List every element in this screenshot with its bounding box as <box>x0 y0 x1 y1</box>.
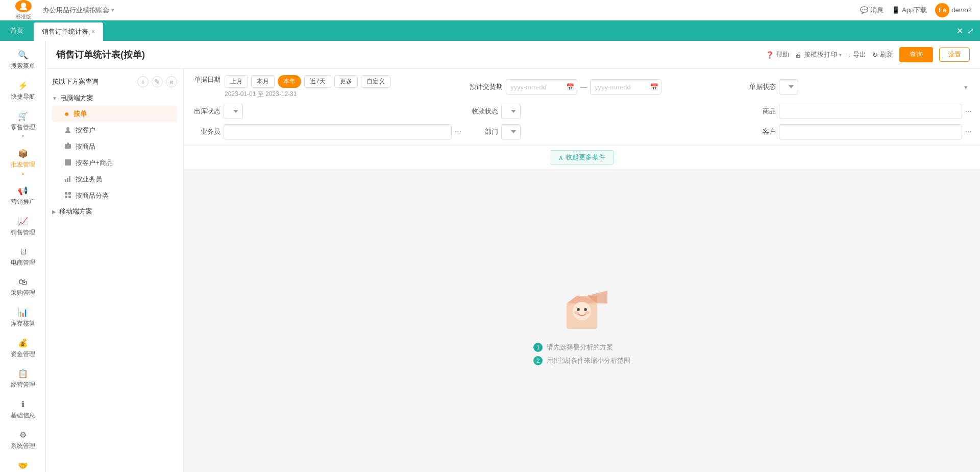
date-btn-custom[interactable]: 自定义 <box>361 75 390 88</box>
finance-icon: 💰 <box>18 338 28 348</box>
add-scheme-btn[interactable]: + <box>137 76 149 87</box>
sidebar-item-sales[interactable]: 📈 销售管理 <box>0 211 45 242</box>
left-panel-header: 按以下方案查询 + ✎ « <box>46 73 183 90</box>
inventory-icon: 📊 <box>18 308 28 317</box>
scheme-item-by-order[interactable]: ● 按单 <box>52 106 177 122</box>
right-panel: 单据日期 上月 本月 本年 近7天 更多 自定义 20 <box>184 69 980 472</box>
scheme-item-by-goods[interactable]: 按商品 <box>52 138 177 155</box>
sidebar-item-nav[interactable]: ⚡ 快捷导航 <box>0 76 45 106</box>
sidebar-item-system[interactable]: ⚙ 系统管理 <box>0 425 45 456</box>
app-title-select[interactable]: 办公用品行业模拟账套 ▾ <box>43 6 114 15</box>
scheme-group-mobile-title[interactable]: ▶ 移动端方案 <box>52 204 177 219</box>
window-maximize-icon[interactable]: ⤢ <box>967 26 974 36</box>
svg-rect-8 <box>69 176 70 182</box>
sidebar-item-retail[interactable]: 🛒 零售管理 ▾ <box>0 106 45 144</box>
export-btn[interactable]: ↓ 导出 <box>848 50 867 59</box>
svg-point-20 <box>585 311 590 314</box>
tab-close-icon[interactable]: × <box>91 28 95 35</box>
content-area: 销售订单统计表(按单) ❓ 帮助 🖨 按模板打印 ▾ ↓ 导出 ↻ 刷新 <box>46 41 980 472</box>
basic-icon: ℹ <box>21 399 24 409</box>
scheme-item-by-cust-goods[interactable]: 按客户+商品 <box>52 155 177 171</box>
sidebar-item-marketing[interactable]: 📢 营销推广 <box>0 181 45 211</box>
window-close-icon[interactable]: ✕ <box>957 26 963 36</box>
logo-text: 标准版 <box>16 13 31 20</box>
status-select[interactable] <box>779 79 798 95</box>
scheme-item-by-customer[interactable]: 按客户 <box>52 122 177 138</box>
collapse-panel-btn[interactable]: « <box>166 76 177 87</box>
user-menu[interactable]: Ea demo2 <box>935 3 972 17</box>
status-label: 单据状态 <box>747 82 776 91</box>
svg-rect-7 <box>67 178 68 182</box>
dept-select[interactable] <box>501 124 521 139</box>
svg-rect-2 <box>65 144 71 149</box>
collapse-bar[interactable]: ∧ 收起更多条件 <box>184 146 980 169</box>
goods-input[interactable] <box>779 104 962 119</box>
app-download-btn[interactable]: 📱 App下载 <box>892 6 927 15</box>
empty-tips: 1 请先选择要分析的方案 2 用[过滤]条件来缩小分析范围 <box>533 343 630 365</box>
salesperson-input[interactable] <box>224 124 452 139</box>
svg-rect-6 <box>65 179 66 182</box>
date-btn-this-year[interactable]: 本年 <box>278 75 301 88</box>
refresh-btn[interactable]: ↻ 刷新 <box>872 50 893 59</box>
dropdown-icon: ▾ <box>111 7 114 13</box>
scheme-item-by-category[interactable]: 按商品分类 <box>52 187 177 204</box>
left-panel-title: 按以下方案查询 <box>52 77 134 86</box>
topbar: 标准版 办公用品行业模拟账套 ▾ 💬 消息 📱 App下载 Ea demo2 <box>0 0 980 20</box>
expected-date-start[interactable] <box>506 79 577 95</box>
tab-home[interactable]: 首页 <box>0 20 34 41</box>
logo-icon <box>15 0 32 12</box>
goods-more-icon[interactable]: ··· <box>965 107 972 116</box>
sidebar-item-purchase[interactable]: 🛍 采购管理 <box>0 272 45 302</box>
empty-tip-2: 2 用[过滤]条件来缩小分析范围 <box>533 356 630 365</box>
settings-button[interactable]: 设置 <box>939 48 970 62</box>
tip-text-2: 用[过滤]条件来缩小分析范围 <box>547 356 630 365</box>
sidebar-item-inventory[interactable]: 📊 库存核算 <box>0 302 45 333</box>
sidebar-item-management[interactable]: 📋 经营管理 <box>0 364 45 394</box>
expected-date-end[interactable] <box>590 79 662 95</box>
message-btn[interactable]: 💬 消息 <box>860 6 884 15</box>
tab-sales-order[interactable]: 销售订单统计表 × <box>34 22 103 41</box>
purchase-icon: 🛍 <box>19 277 27 287</box>
management-icon: 📋 <box>18 369 28 379</box>
delivery-label: 出库状态 <box>192 107 220 116</box>
collapse-chevron-icon: ∧ <box>558 154 564 161</box>
by-category-icon <box>64 192 71 200</box>
date-btn-more[interactable]: 更多 <box>334 75 358 88</box>
delivery-select[interactable] <box>224 104 243 119</box>
sidebar-item-finance[interactable]: 💰 资金管理 <box>0 333 45 364</box>
date-range: 2023-01-01 至 2023-12-31 <box>225 90 390 99</box>
payment-select[interactable] <box>501 104 521 119</box>
collapse-button[interactable]: ∧ 收起更多条件 <box>550 150 614 164</box>
scheme-item-by-salesperson[interactable]: 按业务员 <box>52 171 177 187</box>
retail-arrow: ▾ <box>22 134 24 138</box>
by-salesperson-label: 按业务员 <box>76 175 102 184</box>
by-goods-label: 按商品 <box>76 142 95 151</box>
date-btn-7days[interactable]: 近7天 <box>304 75 331 88</box>
mobile-group-arrow: ▶ <box>52 209 56 215</box>
scheme-group-pc-title[interactable]: ▼ 电脑端方案 <box>52 90 177 106</box>
date-btn-this-month[interactable]: 本月 <box>251 75 275 88</box>
sidebar-item-ecommerce[interactable]: 🖥 电商管理 <box>0 242 45 272</box>
sidebar-item-wholesale[interactable]: 📦 批发管理 ▴ <box>0 144 45 181</box>
customer-input[interactable] <box>779 124 962 139</box>
tip-num-2: 2 <box>533 356 543 365</box>
svg-rect-12 <box>68 196 71 198</box>
help-btn[interactable]: ❓ 帮助 <box>766 50 789 59</box>
sidebar-item-search[interactable]: 🔍 搜索菜单 <box>0 45 45 76</box>
wholesale-icon: 📦 <box>18 149 28 158</box>
payment-label: 收款状态 <box>470 107 498 116</box>
print-btn[interactable]: 🖨 按模板打印 ▾ <box>795 50 842 59</box>
retail-icon: 🛒 <box>18 111 28 121</box>
sidebar-item-corp-collab[interactable]: 🤝 企业协同 <box>0 456 45 472</box>
by-goods-icon <box>64 143 71 151</box>
pc-group-arrow: ▼ <box>52 96 57 101</box>
query-button[interactable]: 查询 <box>899 47 933 62</box>
sidebar-item-basic[interactable]: ℹ 基础信息 <box>0 394 45 425</box>
marketing-icon: 📢 <box>18 186 28 196</box>
edit-scheme-btn[interactable]: ✎ <box>152 76 163 87</box>
date-btn-last-month[interactable]: 上月 <box>225 75 248 88</box>
salesperson-more-icon[interactable]: ··· <box>455 127 461 136</box>
svg-point-0 <box>21 3 26 8</box>
customer-more-icon[interactable]: ··· <box>965 127 972 136</box>
tip-text-1: 请先选择要分析的方案 <box>547 343 613 352</box>
